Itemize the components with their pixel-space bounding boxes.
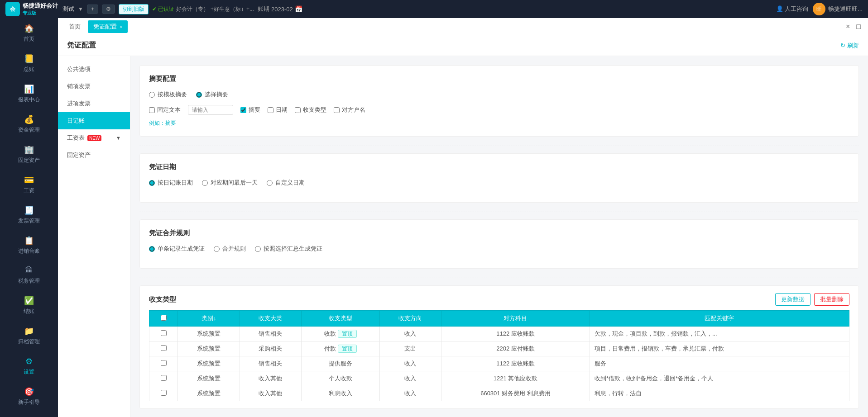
radio-select-label: 选择摘要 [205,90,228,99]
checkbox-summary[interactable]: 摘要 [240,106,260,114]
sidebar-item-member[interactable]: 👑 畅会员 [0,412,58,417]
settings-button[interactable]: ⚙ [102,5,115,14]
consultant-button[interactable]: 👤 人工咨询 [776,5,809,13]
switch-version-button[interactable]: 切到旧版 [119,4,149,14]
row-checkbox-1[interactable] [161,345,167,351]
th-category[interactable]: 类别↓ [178,311,240,327]
update-data-button[interactable]: 更新数据 [775,293,810,306]
checkbox-fixed-text-input[interactable] [149,107,155,113]
company-arrow-icon[interactable]: ▼ [78,6,83,12]
logo: 会 畅捷通好会计 专业版 [5,2,58,16]
left-nav-purchase-invoice[interactable]: 进项发票 [58,95,130,112]
radio-template-input[interactable] [149,92,155,98]
checkbox-counterparty[interactable]: 对方户名 [334,106,365,114]
sidebar-item-inventory[interactable]: 📋 进销台账 [0,230,58,261]
checkbox-summary-input[interactable] [240,107,246,113]
sidebar-item-closing[interactable]: ✅ 结账 [0,290,58,321]
radio-summary[interactable]: 按照选择汇总生成凭证 [255,245,322,253]
checkbox-income-type[interactable]: 收支类型 [295,106,326,114]
th-keywords[interactable]: 匹配关键字 [590,311,849,327]
top-tag-1[interactable]: 置顶 [338,345,357,353]
radio-period-last-input[interactable] [202,180,208,186]
td-main-type-3: 收入其他 [240,371,301,386]
status-tags: ✔ 已认证 好会计（专） +好生意（标）+... [152,5,254,13]
tab-home[interactable]: 首页 [63,20,86,33]
user-area[interactable]: 旺 畅捷通旺旺... [813,3,863,15]
th-checkbox[interactable] [149,311,178,327]
checkbox-fixed-text[interactable]: 固定文本 [149,106,181,114]
row-checkbox-4[interactable] [161,390,167,396]
left-nav-public[interactable]: 公共选项 [58,61,130,78]
sidebar-item-reports[interactable]: 📊 报表中心 [0,79,58,109]
refresh-button[interactable]: ↻ 刷新 [840,42,859,50]
radio-journal-date-input[interactable] [149,180,155,186]
left-nav-journal-label: 日记账 [67,117,85,125]
radio-merge[interactable]: 合并规则 [214,245,246,253]
tab-close-icon[interactable]: × [120,24,122,29]
td-main-type-0: 销售相关 [240,327,301,341]
td-category-4: 系统预置 [178,386,240,401]
left-nav-fixed-assets[interactable]: 固定资产 [58,147,130,164]
th-type[interactable]: 收支类型 [301,311,379,327]
radio-period-last[interactable]: 对应期间最后一天 [202,179,258,187]
voucher-date-section: 凭证日期 按日记账日期 对应期间最后一天 [139,153,859,203]
radio-single[interactable]: 单条记录生成凭证 [149,245,205,253]
radio-journal-date[interactable]: 按日记账日期 [149,179,193,187]
tab-voucher-config[interactable]: 凭证配置 × [88,20,128,33]
th-main-type[interactable]: 收支大类 [240,311,301,327]
fixed-text-input[interactable] [188,105,233,115]
checkbox-date[interactable]: 日期 [268,106,288,114]
checkbox-income-type-input[interactable] [295,107,301,113]
td-checkbox[interactable] [149,371,178,386]
sidebar-item-archive[interactable]: 📁 归档管理 [0,321,58,351]
sidebar-item-salary[interactable]: 💳 工资 [0,170,58,200]
th-account[interactable]: 对方科目 [441,311,590,327]
sidebar-item-ledger[interactable]: 📒 总账 [0,48,58,79]
td-account-1: 2202 应付账款 [441,341,590,356]
checkbox-date-input[interactable] [268,107,273,113]
radio-summary-input[interactable] [255,246,261,252]
radio-custom-date-input[interactable] [267,180,273,186]
left-nav-journal[interactable]: 日记账 [58,112,130,129]
checkbox-counterparty-label: 对方户名 [342,106,365,114]
sidebar-item-invoices[interactable]: 🧾 发票管理 [0,200,58,230]
close-window-button[interactable]: × [844,23,852,31]
period-display: 账期 2023-02 📅 [258,5,302,13]
td-direction-3: 收入 [379,371,441,386]
income-expense-table: 类别↓ 收支大类 收支类型 收支方向 对方科目 匹配关键字 系统预置 [149,310,849,401]
maximize-window-button[interactable]: □ [854,23,863,31]
radio-template[interactable]: 按模板摘要 [149,90,187,99]
td-type-4: 利息收入 [301,386,379,401]
table-header: 类别↓ 收支大类 收支类型 收支方向 对方科目 匹配关键字 [149,311,849,327]
row-checkbox-2[interactable] [161,360,167,366]
sidebar-item-tax[interactable]: 🏛 税务管理 [0,261,58,290]
sidebar-item-fixed-assets[interactable]: 🏢 固定资产 [0,139,58,170]
batch-delete-button[interactable]: 批量删除 [814,293,849,306]
radio-custom-date[interactable]: 自定义日期 [267,179,305,187]
radio-select[interactable]: 选择摘要 [196,90,228,99]
left-nav-salary[interactable]: 工资表 NEW ▼ [58,129,130,147]
sidebar-item-funds[interactable]: 💰 资金管理 [0,109,58,139]
td-checkbox[interactable] [149,356,178,371]
td-type-0: 收款 置顶 [301,327,379,341]
left-nav-sales-invoice[interactable]: 销项发票 [58,78,130,95]
row-checkbox-3[interactable] [161,375,167,381]
radio-select-input[interactable] [196,92,202,98]
th-direction[interactable]: 收支方向 [379,311,441,327]
td-checkbox[interactable] [149,386,178,401]
select-all-checkbox[interactable] [161,315,167,321]
calendar-icon[interactable]: 📅 [295,5,302,13]
td-checkbox[interactable] [149,341,178,356]
sidebar-item-home[interactable]: 🏠 首页 [0,18,58,48]
td-checkbox[interactable] [149,327,178,341]
page-content: 凭证配置 ↻ 刷新 公共选项 销项发票 进项发票 日 [58,35,868,417]
checkbox-counterparty-input[interactable] [334,107,340,113]
row-checkbox-0[interactable] [161,330,167,336]
radio-single-input[interactable] [149,246,155,252]
plus-button[interactable]: + [87,5,98,14]
radio-merge-input[interactable] [214,246,220,252]
sidebar-item-settings[interactable]: ⚙ 设置 [0,351,58,381]
top-tag-0[interactable]: 置顶 [338,330,357,338]
radio-single-label: 单条记录生成凭证 [158,245,205,253]
sidebar-item-guide[interactable]: 🎯 新手引导 [0,381,58,412]
